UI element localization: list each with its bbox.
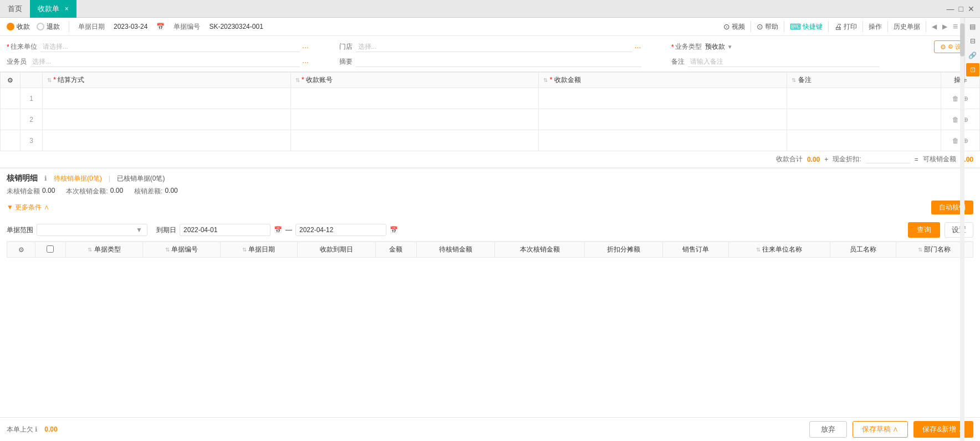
- sidebar-expand-icon[interactable]: ⊡: [966, 63, 979, 76]
- table-cell-note-3[interactable]: [787, 130, 941, 151]
- receipt-table-section: ⚙ ⇅ * 结算方式 ⇅ * 收款账号 ⇅ *: [0, 72, 980, 168]
- table-col-account: ⇅ * 收款账号: [290, 73, 539, 88]
- scroll-thumb[interactable]: [960, 23, 964, 57]
- note-input[interactable]: [688, 57, 880, 67]
- table-cell-account-3[interactable]: [290, 130, 539, 151]
- window-min-icon[interactable]: —: [947, 4, 955, 13]
- verify-settings-button[interactable]: 设置: [945, 222, 973, 238]
- list-view-icon[interactable]: ≡: [953, 22, 958, 32]
- bottom-actions: 放弃 保存草稿 ∧ 保存&新增 ∧: [809, 421, 973, 438]
- window-close-icon[interactable]: ✕: [968, 4, 974, 13]
- stat-diff: 核销差额: 0.00: [134, 187, 178, 196]
- verify-table-settings-icon[interactable]: ⚙: [18, 246, 24, 254]
- delete-row-2-icon[interactable]: 🗑: [952, 116, 959, 124]
- radio-receipt-circle: [7, 23, 14, 30]
- counterpart-field: * 往来单位 ···: [7, 42, 309, 52]
- range-dropdown-icon: ▼: [136, 226, 142, 234]
- unchecked-value: 0.00: [42, 187, 55, 196]
- help-btn[interactable]: ⊙ 帮助: [757, 22, 778, 32]
- abandon-button[interactable]: 放弃: [809, 421, 847, 438]
- sidebar-link-icon[interactable]: 🔗: [966, 49, 979, 62]
- print-btn[interactable]: 🖨 打印: [834, 22, 857, 32]
- col-settlement-label: *: [53, 76, 56, 84]
- salesman-input[interactable]: [30, 57, 300, 67]
- scroll-indicator: [960, 18, 964, 441]
- more-conditions-btn[interactable]: ▼ 更多条件 ∧: [7, 203, 49, 212]
- verify-stats: 未核销金额 0.00 本次核销金额: 0.00 核销差额: 0.00: [7, 187, 973, 196]
- tab-home[interactable]: 首页: [0, 0, 30, 18]
- table-col-settings: ⚙: [1, 73, 21, 88]
- table-cell-settlement-2[interactable]: [43, 109, 291, 130]
- date-range: 📅 — 📅: [180, 224, 398, 236]
- counterpart-input[interactable]: [40, 42, 300, 52]
- verify-col-type: ⇅ 单据类型: [65, 242, 142, 258]
- date-range-field: 到期日 📅 — 📅: [156, 224, 398, 236]
- table-cell-account-1[interactable]: [290, 88, 539, 109]
- verify-col-date: ⇅ 单据日期: [220, 242, 297, 258]
- order-info-icon[interactable]: ℹ: [35, 425, 38, 433]
- tab-close-icon[interactable]: ×: [65, 5, 69, 13]
- radio-refund-circle: [37, 23, 44, 30]
- date-from-cal-icon[interactable]: 📅: [274, 226, 282, 234]
- delete-row-1-icon[interactable]: 🗑: [952, 95, 959, 102]
- business-type-select[interactable]: 预收款 ▼: [705, 42, 733, 52]
- summary-input[interactable]: [356, 57, 641, 67]
- verify-info-icon[interactable]: ℹ: [44, 175, 47, 182]
- discount-input[interactable]: [866, 155, 910, 163]
- tab-bar-actions: — □ ✕: [947, 4, 980, 13]
- delete-row-3-icon[interactable]: 🗑: [952, 137, 959, 145]
- radio-refund-label: 退款: [47, 22, 60, 32]
- salesman-more-icon[interactable]: ···: [302, 58, 309, 66]
- table-cell-settlement-3[interactable]: [43, 130, 291, 151]
- table-cell-idx-3: 3: [21, 130, 43, 151]
- summary-field: 摘要: [339, 57, 641, 67]
- radio-refund[interactable]: 退款: [37, 22, 60, 32]
- save-draft-button[interactable]: 保存草稿 ∧: [853, 421, 908, 438]
- radio-receipt[interactable]: 收款: [7, 22, 30, 32]
- order-label: 本单上欠 ℹ: [7, 425, 38, 434]
- video-btn[interactable]: ⊙ 视频: [723, 22, 745, 32]
- date-to-cal-icon[interactable]: 📅: [390, 226, 398, 234]
- store-input[interactable]: [356, 42, 632, 52]
- tab-receipt[interactable]: 收款单 ×: [30, 0, 76, 18]
- verify-col-current: 本次核销金额: [494, 242, 584, 258]
- table-row: 2 🗑 ⊕: [1, 109, 980, 130]
- table-col-note: ⇅ 备注: [787, 73, 941, 88]
- date-to-input[interactable]: [295, 224, 386, 236]
- salesman-field: 业务员 ···: [7, 57, 309, 67]
- date-from-input[interactable]: [180, 224, 270, 236]
- select-all-checkbox[interactable]: [47, 245, 54, 253]
- store-more-icon[interactable]: ···: [635, 43, 641, 52]
- shortcut-btn[interactable]: ⌨ 快捷键: [790, 22, 823, 32]
- tab-done[interactable]: 已核销单据(0笔): [117, 174, 165, 183]
- sidebar-minus-icon[interactable]: ⊟: [966, 34, 979, 48]
- query-button[interactable]: 查询: [908, 222, 940, 238]
- table-settings-icon[interactable]: ⚙: [7, 76, 13, 84]
- nav-next-icon[interactable]: ▶: [942, 23, 947, 30]
- verify-header: 核销明细 ℹ 待核销单据(0笔) | 已核销单据(0笔): [7, 173, 973, 183]
- window-max-icon[interactable]: □: [959, 4, 963, 13]
- receipt-type-radio: 收款 退款: [7, 22, 60, 32]
- verify-table: ⚙ ⇅ 单据类型 ⇅ 单据编号 ⇅ 单据日期: [7, 242, 973, 258]
- table-cell-amount-3[interactable]: [539, 130, 787, 151]
- operation-btn[interactable]: 操作: [869, 22, 882, 32]
- table-cell-settlement-1[interactable]: [43, 88, 291, 109]
- range-select[interactable]: ▼: [37, 224, 147, 236]
- store-label: 门店: [339, 42, 353, 52]
- table-cell-account-2[interactable]: [290, 109, 539, 130]
- auto-verify-btn[interactable]: 自动核销: [931, 201, 973, 214]
- gear-settings-icon: ⚙: [940, 43, 946, 51]
- diff-label: 核销差额:: [134, 187, 162, 196]
- nav-prev-icon[interactable]: ◀: [932, 23, 937, 30]
- counterpart-more-icon[interactable]: ···: [302, 43, 309, 52]
- verify-col-settings: ⚙: [7, 242, 35, 258]
- table-cell-note-2[interactable]: [787, 109, 941, 130]
- table-cell-amount-1[interactable]: [539, 88, 787, 109]
- sidebar-table-icon[interactable]: ▤: [966, 20, 979, 33]
- tab-pending[interactable]: 待核销单据(0笔): [54, 174, 102, 183]
- table-cell-amount-2[interactable]: [539, 109, 787, 130]
- history-btn[interactable]: 历史单据: [894, 22, 920, 32]
- verify-col-pending: 待核销金额: [417, 242, 495, 258]
- table-cell-note-1[interactable]: [787, 88, 941, 109]
- calendar-icon[interactable]: 📅: [156, 23, 165, 30]
